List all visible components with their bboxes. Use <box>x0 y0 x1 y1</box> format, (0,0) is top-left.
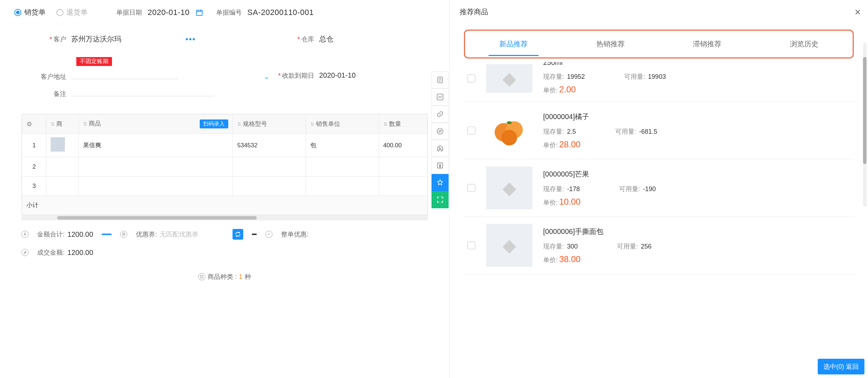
stock-value: 19952 <box>567 73 585 80</box>
address-input[interactable] <box>71 75 178 79</box>
scan-input-button[interactable]: 扫码录入 <box>200 119 228 128</box>
list-item[interactable]: ◆ [0000006]手撕面包 现存量:300 可用量:256 单价: 38.0… <box>464 217 854 274</box>
stock-label: 现存量: <box>543 73 564 80</box>
item-checkbox[interactable] <box>468 75 475 82</box>
stock-label: 现存量: <box>543 185 564 193</box>
tab-slow-recommend[interactable]: 滞销推荐 <box>659 34 756 55</box>
col-spec[interactable]: 规格型号 <box>237 121 267 127</box>
remark-input[interactable] <box>71 92 214 96</box>
rail-link-icon[interactable] <box>432 106 449 123</box>
avail-label: 可用量: <box>617 243 638 250</box>
coupon-label: 优惠券: <box>136 230 157 239</box>
svg-rect-0 <box>196 10 202 15</box>
horizontal-scrollbar[interactable] <box>21 215 428 220</box>
tab-return-label: 退货单 <box>66 7 88 17</box>
sku-unit: 种 <box>245 272 251 281</box>
item-checkbox[interactable] <box>468 241 475 249</box>
recommend-tabs-highlight: 新品推荐 热销推荐 滞销推荐 浏览历史 <box>464 30 854 58</box>
doc-date-label: 单据日期 <box>116 8 142 17</box>
col-qty[interactable]: 数量 <box>383 121 401 127</box>
rail-star-icon[interactable] <box>432 174 449 191</box>
row-index: 1 <box>22 134 46 157</box>
cell-qty[interactable]: 400.00 <box>379 134 427 157</box>
stock-value: -178 <box>567 185 580 193</box>
price-value: 38.00 <box>559 254 581 264</box>
col-name[interactable]: 商品 <box>83 120 101 127</box>
customer-value[interactable]: 苏州万达沃尔玛 <box>71 32 164 46</box>
tab-new-recommend[interactable]: 新品推荐 <box>465 34 562 55</box>
gear-icon[interactable]: ⚙ <box>26 121 32 128</box>
col-unit[interactable]: 销售单位 <box>310 121 340 127</box>
account-period-badge: 不固定账期 <box>76 57 112 66</box>
doc-no-label: 单据编号 <box>216 8 242 17</box>
avail-label: 可用量: <box>624 73 645 80</box>
list-item[interactable]: ◆ [0000005]芒果 现存量:-178 可用量:-190 单价: 10.0… <box>464 159 854 217</box>
line-items-table: ⚙ 商 商品 扫码录入 规格型号 销售单位 数量 1 果倍爽 534532 包 … <box>21 114 428 215</box>
item-checkbox[interactable] <box>468 127 475 134</box>
table-row[interactable]: 3 <box>22 177 428 196</box>
coupon-placeholder[interactable]: 无匹配优惠券 <box>160 230 224 239</box>
warehouse-value[interactable]: 总仓 <box>319 32 412 46</box>
avail-value: -190 <box>643 185 656 193</box>
svg-point-3 <box>437 128 443 134</box>
close-icon[interactable]: ✕ <box>854 8 861 17</box>
doc-date-value[interactable]: 2020-01-10 <box>148 8 190 17</box>
price-label: 单价: <box>543 256 558 264</box>
tab-return-order[interactable]: 退货单 <box>56 7 88 17</box>
chevron-down-icon[interactable]: ⌄ <box>264 73 269 81</box>
tab-sales-label: 销货单 <box>24 7 46 17</box>
avail-value: 256 <box>641 243 652 250</box>
price-label: 单价: <box>543 142 558 149</box>
amount-value: 1200.00 <box>67 230 93 239</box>
rail-doc-icon[interactable] <box>432 71 449 88</box>
price-label: 单价: <box>543 199 558 206</box>
remark-label: 备注 <box>21 90 71 98</box>
rail-expand-icon[interactable] <box>432 191 449 208</box>
stock-value: 300 <box>567 243 578 250</box>
tab-sales-order[interactable]: 销货单 <box>14 7 46 17</box>
item-checkbox[interactable] <box>468 184 475 192</box>
whole-discount-label: 整单优惠: <box>281 230 308 239</box>
avail-value: -681.5 <box>639 128 657 135</box>
stock-value: 2.5 <box>567 128 576 135</box>
tab-browse-history[interactable]: 浏览历史 <box>756 34 853 55</box>
recommend-panel-title: 推荐商品 <box>450 0 868 24</box>
rail-currency-icon[interactable] <box>432 157 449 174</box>
product-image-orange-icon <box>486 109 532 152</box>
customer-lookup-icon[interactable]: ••• <box>185 35 196 44</box>
vertical-scrollbar[interactable] <box>863 43 867 207</box>
table-row[interactable]: 1 果倍爽 534532 包 400.00 <box>22 134 428 157</box>
deal-icon: ⬈ <box>21 249 29 256</box>
product-image-placeholder-icon: ◆ <box>486 64 532 93</box>
cell-name[interactable]: 果倍爽 <box>79 134 233 157</box>
yen-icon: ¥ <box>21 231 29 238</box>
doc-no-value: SA-20200110-001 <box>247 8 314 17</box>
row-index: 2 <box>22 157 46 177</box>
rail-dislike-icon[interactable] <box>432 140 449 157</box>
sku-label: 商品种类 : <box>208 272 237 281</box>
item-name: 250ml <box>543 62 850 67</box>
list-item[interactable]: [0000004]橘子 现存量:2.5 可用量:-681.5 单价: 28.00 <box>464 102 854 159</box>
refresh-coupon-button[interactable] <box>233 229 243 240</box>
table-row[interactable]: 2 <box>22 157 428 177</box>
amount-label: 金额合计: <box>37 230 65 239</box>
stock-label: 现存量: <box>543 128 564 135</box>
tab-hot-recommend[interactable]: 热销推荐 <box>562 34 659 55</box>
due-date-value[interactable]: 2020-01-10 <box>319 69 412 82</box>
select-return-button[interactable]: 选中(0) 返回 <box>818 359 864 374</box>
avail-label: 可用量: <box>619 185 640 193</box>
col-img[interactable]: 商 <box>51 121 62 127</box>
radio-off-icon <box>56 9 63 16</box>
recommend-list: ◆ 250ml 现存量:19952 可用量:19903 单价: 2.00 [00… <box>450 62 868 378</box>
address-label: 客户地址 <box>21 72 71 81</box>
cell-unit[interactable]: 包 <box>306 134 379 157</box>
cell-spec[interactable]: 534532 <box>233 134 306 157</box>
price-value: 2.00 <box>559 85 576 94</box>
calendar-icon[interactable] <box>195 9 203 16</box>
rail-chart-icon[interactable] <box>432 88 449 106</box>
rail-swap-icon[interactable] <box>432 123 449 140</box>
list-item[interactable]: ◆ 250ml 现存量:19952 可用量:19903 单价: 2.00 <box>464 62 854 102</box>
item-name: [0000004]橘子 <box>543 112 850 122</box>
row-index: 3 <box>22 177 46 196</box>
sku-icon: 目 <box>198 273 205 280</box>
